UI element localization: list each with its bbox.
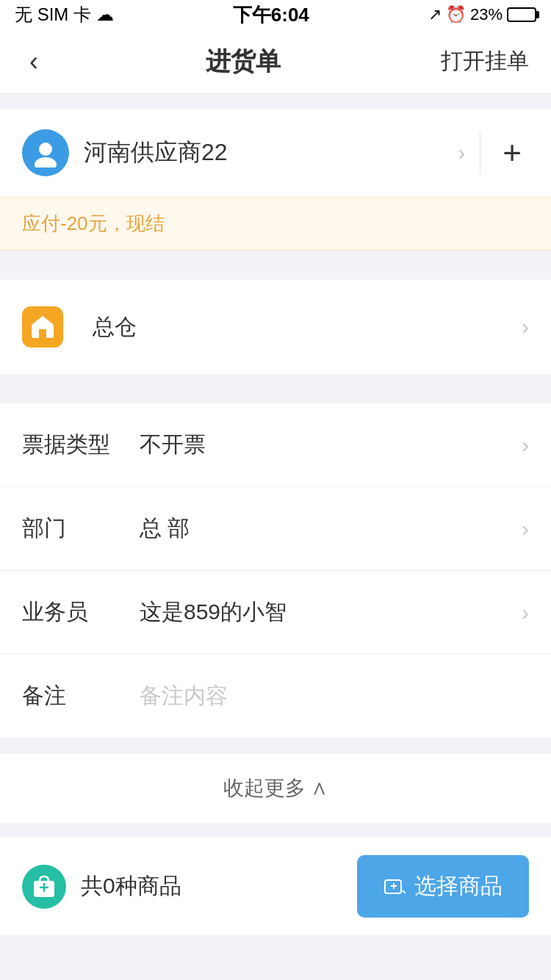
invoice-type-label: 票据类型 xyxy=(22,430,110,460)
department-chevron-icon: › xyxy=(522,516,529,541)
alarm-icon: ⏰ xyxy=(446,5,466,24)
salesperson-chevron-icon: › xyxy=(522,600,529,625)
supplier-section: 河南供应商22 › + 应付-20元，现结 xyxy=(0,109,551,251)
sim-status: 无 SIM 卡 ☁ xyxy=(15,3,114,26)
invoice-type-row[interactable]: 票据类型 不开票 › xyxy=(0,403,551,487)
collapse-bar[interactable]: 收起更多 ∧ xyxy=(0,753,551,823)
back-button[interactable]: ‹ xyxy=(22,39,46,84)
nav-bar: ‹ 进货单 打开挂单 xyxy=(0,29,551,94)
warehouse-row[interactable]: 总仓 › xyxy=(0,280,551,374)
select-product-label: 选择商品 xyxy=(414,871,503,901)
section-gap-1 xyxy=(0,94,551,109)
invoice-type-value: 不开票 xyxy=(110,430,522,460)
location-icon: ↗ xyxy=(428,5,442,24)
form-section: 票据类型 不开票 › 部门 总 部 › 业务员 这是859的小智 › 备注 备注… xyxy=(0,403,551,738)
warehouse-name: 总仓 xyxy=(78,312,522,342)
salesperson-value: 这是859的小智 xyxy=(110,597,522,627)
department-label: 部门 xyxy=(22,514,110,544)
main-background xyxy=(0,935,551,980)
page-title: 进货单 xyxy=(206,45,281,79)
supplier-divider xyxy=(480,131,480,175)
remark-label: 备注 xyxy=(22,681,110,711)
supplier-notice: 应付-20元，现结 xyxy=(0,197,551,251)
supplier-row[interactable]: 河南供应商22 › + xyxy=(0,109,551,197)
supplier-name: 河南供应商22 xyxy=(84,137,458,169)
supplier-avatar xyxy=(22,129,69,176)
remark-row[interactable]: 备注 备注内容 xyxy=(0,655,551,738)
svg-point-1 xyxy=(35,157,57,167)
battery-icon xyxy=(507,7,536,22)
warehouse-icon xyxy=(22,306,63,347)
department-row[interactable]: 部门 总 部 › xyxy=(0,487,551,571)
product-count-text: 共0种商品 xyxy=(81,871,357,901)
status-left: 无 SIM 卡 ☁ xyxy=(15,3,114,26)
status-right: ↗ ⏰ 23% xyxy=(428,5,536,24)
salesperson-label: 业务员 xyxy=(22,597,110,627)
open-pending-button[interactable]: 打开挂单 xyxy=(441,46,529,76)
invoice-type-chevron-icon: › xyxy=(522,433,529,458)
warehouse-chevron-icon: › xyxy=(522,314,529,339)
svg-marker-3 xyxy=(32,316,54,325)
battery-percent: 23% xyxy=(470,5,503,24)
status-time: 下午6:04 xyxy=(233,2,309,28)
supplier-chevron-icon: › xyxy=(458,140,465,165)
bottom-bar: 共0种商品 选择商品 xyxy=(0,837,551,935)
section-gap-2 xyxy=(0,251,551,265)
product-count-icon xyxy=(22,865,66,909)
warehouse-section: 总仓 › xyxy=(0,280,551,374)
section-gap-3 xyxy=(0,374,551,389)
add-supplier-button[interactable]: + xyxy=(495,134,529,171)
salesperson-row[interactable]: 业务员 这是859的小智 › xyxy=(0,571,551,655)
remark-input[interactable]: 备注内容 xyxy=(110,681,529,711)
department-value: 总 部 xyxy=(110,514,522,544)
select-product-button[interactable]: 选择商品 xyxy=(357,855,529,918)
svg-point-0 xyxy=(39,143,52,156)
svg-rect-4 xyxy=(39,329,46,338)
status-bar: 无 SIM 卡 ☁ 下午6:04 ↗ ⏰ 23% xyxy=(0,0,551,29)
